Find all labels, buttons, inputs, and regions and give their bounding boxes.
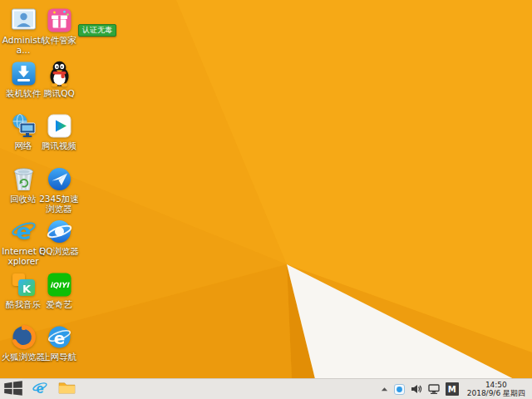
tray-app-icon[interactable] [394,384,405,395]
network-tray-icon[interactable] [428,384,440,394]
volume-icon[interactable] [411,384,422,394]
desktop-icon-2345-browser[interactable]: 2345加速浏览器 [36,165,82,214]
kuwo-k-glyph: K [22,283,31,295]
ime-indicator[interactable]: M [446,382,459,396]
qq-penguin-icon [46,60,73,87]
taskbar: e [0,378,532,399]
desktop-icon-web-navigation[interactable]: e 上网导航 [36,323,82,362]
desktop-icon-label: 2345加速浏览器 [36,194,82,214]
iqiyi-icon: iQIYI [46,271,73,298]
clock-time: 14:50 [467,381,525,390]
desktop-icon-label: QQ浏览器 [36,246,82,256]
kuwo-music-icon: K [10,271,37,298]
desktop-icon-software-manager[interactable]: 软件管家 [36,7,82,45]
start-button[interactable] [0,379,27,399]
network-icon [10,112,37,140]
recycle-bin-icon [10,165,37,193]
internet-explorer-icon: e [32,380,48,399]
qq-browser-icon [46,218,73,245]
antivirus-certified-badge: 认证无毒 [78,24,116,37]
windows-logo-icon [3,381,23,398]
desktop-icon-tencent-video[interactable]: 腾讯视频 [36,112,82,150]
tencent-video-icon [46,112,73,140]
download-software-icon [10,60,37,87]
hidden-icons-button[interactable] [381,387,388,392]
desktop-icon-label: 上网导航 [36,352,82,362]
desktop: Administra... 装机软件 网 [0,0,532,399]
clock-date: 2018/9/6 星期四 [467,389,525,398]
desktop-icon-label: 软件管家 [36,35,82,45]
desktop-icon-iqiyi[interactable]: iQIYI 爱奇艺 [36,271,82,309]
desktop-icon-label: 腾讯视频 [36,140,82,150]
folder-icon [58,381,76,397]
desktop-icon-qq-browser[interactable]: QQ浏览器 [36,218,82,256]
taskbar-explorer-button[interactable] [53,379,80,399]
desktop-icon-label: 腾讯QQ [36,88,82,98]
internet-explorer-icon: e [10,218,37,245]
2345-browser-icon [46,165,73,193]
user-files-icon [10,7,37,34]
system-tray: M 14:50 2018/9/6 星期四 [381,381,532,398]
taskbar-clock[interactable]: 14:50 2018/9/6 星期四 [465,381,528,398]
firefox-icon [10,323,37,351]
desktop-icon-label: 爱奇艺 [36,299,82,309]
taskbar-ie-button[interactable]: e [27,379,53,399]
iqiyi-wordmark: iQIYI [50,281,69,289]
desktop-icon-tencent-qq[interactable]: 腾讯QQ [36,60,82,98]
software-manager-icon [46,7,73,34]
web-navigation-icon: e [46,323,73,351]
